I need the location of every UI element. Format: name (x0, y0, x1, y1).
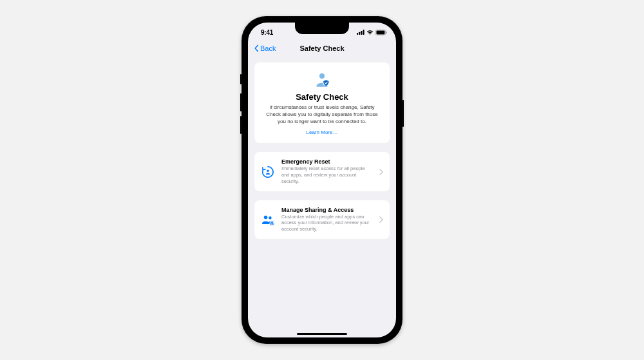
back-label: Back (260, 44, 276, 52)
status-icons (357, 28, 387, 35)
content: Safety Check If circumstances or trust l… (248, 56, 396, 337)
svg-rect-1 (359, 32, 360, 35)
emergency-reset-title: Emergency Reset (281, 158, 373, 165)
svg-line-20 (273, 222, 274, 222)
svg-point-7 (319, 73, 325, 79)
back-button[interactable]: Back (253, 44, 276, 52)
svg-rect-0 (357, 33, 358, 35)
svg-point-9 (267, 169, 269, 172)
battery-icon (375, 30, 387, 35)
phone-screen: 9:41 (248, 23, 396, 337)
emergency-reset-description: Immediately reset access for all people … (281, 166, 373, 184)
svg-line-21 (270, 224, 271, 225)
home-indicator[interactable] (297, 333, 347, 335)
phone-frame: 9:41 (242, 16, 402, 344)
manage-sharing-row[interactable]: Manage Sharing & Access Customize which … (254, 200, 390, 239)
svg-rect-5 (376, 30, 384, 34)
emergency-reset-icon (261, 165, 275, 179)
volume-down-button (240, 116, 242, 134)
manage-sharing-title: Manage Sharing & Access (281, 207, 373, 213)
hero-description: If circumstances or trust levels change,… (263, 104, 381, 125)
power-button (402, 100, 404, 127)
svg-point-11 (269, 216, 271, 219)
learn-more-link[interactable]: Learn More… (307, 129, 338, 135)
emergency-reset-row[interactable]: Emergency Reset Immediately reset access… (254, 152, 390, 191)
emergency-reset-text: Emergency Reset Immediately reset access… (281, 158, 373, 184)
chevron-left-icon (253, 44, 260, 52)
hero-card: Safety Check If circumstances or trust l… (254, 62, 390, 143)
hero-title: Safety Check (263, 92, 381, 102)
volume-up-button (240, 93, 242, 111)
chevron-right-icon (379, 216, 383, 223)
svg-line-19 (273, 224, 274, 225)
nav-bar: Back Safety Check (248, 41, 396, 56)
svg-rect-3 (363, 30, 365, 35)
notch (295, 23, 349, 34)
svg-point-10 (264, 216, 268, 220)
cellular-icon (357, 30, 365, 35)
manage-sharing-icon (261, 213, 275, 227)
svg-rect-2 (361, 31, 362, 35)
svg-rect-6 (386, 32, 387, 33)
manage-sharing-description: Customize which people and apps can acce… (281, 214, 373, 232)
mute-switch (240, 74, 242, 84)
safety-check-icon (263, 71, 381, 90)
status-time: 9:41 (257, 28, 273, 36)
wifi-icon (366, 30, 374, 35)
manage-sharing-text: Manage Sharing & Access Customize which … (281, 207, 373, 232)
svg-line-18 (270, 222, 271, 222)
chevron-right-icon (379, 169, 383, 175)
